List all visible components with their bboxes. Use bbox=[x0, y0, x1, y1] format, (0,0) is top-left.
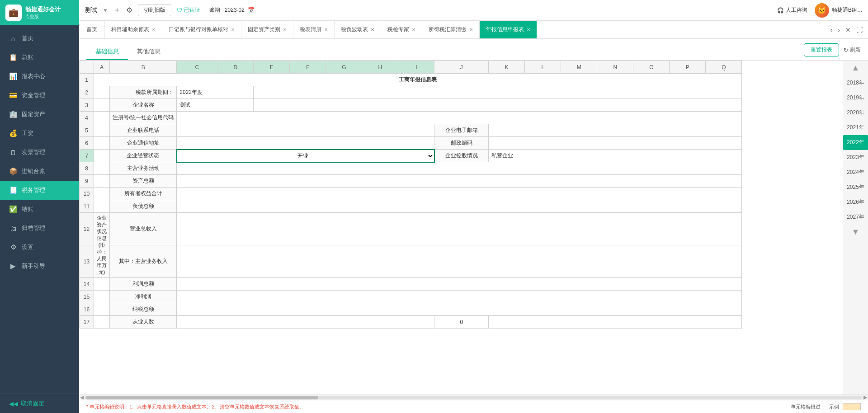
sidebar-item-invoice-management[interactable]: 🗒发票管理 bbox=[0, 143, 79, 162]
year-item-2021[interactable]: 2021年 bbox=[843, 120, 868, 135]
cell-a4[interactable] bbox=[94, 112, 110, 124]
cell-c2[interactable]: 2022年度 bbox=[177, 86, 254, 99]
cell-a6[interactable] bbox=[94, 137, 110, 150]
sheet-title-cell[interactable]: 工商年报信息表 bbox=[94, 74, 742, 86]
sidebar-item-purchase-sales[interactable]: 📦进销台账 bbox=[0, 162, 79, 181]
sidebar-item-settings[interactable]: ⚙设置 bbox=[0, 238, 79, 257]
switch-old-version-button[interactable]: 切到旧版 bbox=[138, 4, 171, 16]
cell-k7[interactable]: 私营企业 bbox=[489, 150, 742, 162]
close-icon[interactable]: ✕ bbox=[469, 27, 473, 32]
business-status-select[interactable]: 开业 注销 吊销 迁出 撤销 bbox=[177, 152, 434, 160]
unpin-button[interactable]: ◀◀ 取消固定 bbox=[0, 394, 79, 413]
subtab-other-info[interactable]: 其他信息 bbox=[128, 44, 170, 60]
cell-c12[interactable] bbox=[177, 213, 742, 245]
col-header-n[interactable]: N bbox=[597, 61, 633, 74]
scrollbar-thumb[interactable] bbox=[85, 396, 318, 399]
tab-income-tax[interactable]: 所得税汇算清缴 ✕ bbox=[422, 21, 480, 39]
close-icon[interactable]: ✕ bbox=[371, 27, 374, 32]
sidebar-item-fixed-assets[interactable]: 🏢固定资产 bbox=[0, 105, 79, 124]
tab-account-aux[interactable]: 科目辅助余额表 ✕ bbox=[105, 21, 162, 39]
calendar-icon[interactable]: 📅 bbox=[248, 7, 255, 13]
add-button[interactable]: ＋ bbox=[113, 5, 121, 15]
cell-a7[interactable] bbox=[94, 150, 110, 162]
close-icon[interactable]: ✕ bbox=[412, 27, 415, 32]
cell-c3[interactable]: 测试 bbox=[177, 99, 254, 112]
year-item-2023[interactable]: 2023年 bbox=[843, 150, 868, 165]
tab-close-all-button[interactable]: ✕ bbox=[844, 25, 853, 34]
cell-b16[interactable]: 纳税总额 bbox=[110, 303, 177, 316]
year-item-2020[interactable]: 2020年 bbox=[843, 105, 868, 120]
close-icon[interactable]: ✕ bbox=[283, 27, 287, 32]
sidebar-item-general-ledger[interactable]: 📋总账 bbox=[0, 48, 79, 67]
tab-tax-burden[interactable]: 税负波动表 ✕ bbox=[335, 21, 381, 39]
dropdown-arrow-icon[interactable]: ▼ bbox=[103, 7, 108, 14]
cell-a9[interactable] bbox=[94, 175, 110, 188]
cell-a3[interactable] bbox=[94, 99, 110, 112]
tab-tax-expert[interactable]: 税检专家 ✕ bbox=[381, 21, 422, 39]
cell-k17[interactable] bbox=[489, 316, 742, 329]
cell-c17[interactable] bbox=[177, 316, 434, 329]
cell-b8[interactable]: 主营业务活动 bbox=[110, 162, 177, 175]
col-header-e[interactable]: E bbox=[254, 61, 290, 74]
tab-fixed-asset-class[interactable]: 固定资产类别 ✕ bbox=[241, 21, 293, 39]
cell-b15[interactable]: 净利润 bbox=[110, 291, 177, 303]
close-icon[interactable]: ✕ bbox=[527, 27, 530, 32]
col-header-p[interactable]: P bbox=[670, 61, 706, 74]
cell-c11[interactable] bbox=[177, 200, 742, 213]
cell-c4[interactable] bbox=[177, 112, 742, 124]
reset-report-button[interactable]: 重置报表 bbox=[804, 43, 839, 56]
cell-a11[interactable] bbox=[94, 200, 110, 213]
cell-c7-dropdown[interactable]: 开业 注销 吊销 迁出 撤销 bbox=[177, 150, 434, 162]
sidebar-item-report-center[interactable]: 📊报表中心 bbox=[0, 67, 79, 86]
tab-bank-reconcile[interactable]: 日记账与银行对账单核对 ✕ bbox=[162, 21, 241, 39]
col-header-a[interactable]: A bbox=[94, 61, 110, 74]
user-menu[interactable]: 🐱 畅捷通B组… bbox=[815, 3, 863, 18]
sidebar-item-tax-management[interactable]: 🧾税务管理 bbox=[0, 181, 79, 200]
col-header-c[interactable]: C bbox=[177, 61, 217, 74]
year-item-2025[interactable]: 2025年 bbox=[843, 180, 868, 195]
spreadsheet[interactable]: A B C D E F G H I J K L M bbox=[79, 61, 843, 394]
cell-b9[interactable]: 资产总额 bbox=[110, 175, 177, 188]
cell-b3[interactable]: 企业名称 bbox=[110, 99, 177, 112]
cell-j6[interactable]: 邮政编码 bbox=[434, 137, 489, 150]
cell-b6[interactable]: 企业通信地址 bbox=[110, 137, 177, 150]
sidebar-item-archive[interactable]: 🗂归档管理 bbox=[0, 219, 79, 238]
col-header-b[interactable]: B bbox=[110, 61, 177, 74]
sidebar-item-home[interactable]: ⌂首页 bbox=[0, 29, 79, 48]
consult-button[interactable]: 🎧 人工咨询 bbox=[777, 6, 807, 14]
sidebar-item-newbie-guide[interactable]: ▶新手引导 bbox=[0, 257, 79, 276]
subtab-basic-info[interactable]: 基础信息 bbox=[86, 44, 128, 60]
cell-a14[interactable] bbox=[94, 278, 110, 291]
year-item-2019[interactable]: 2019年 bbox=[843, 90, 868, 105]
close-icon[interactable]: ✕ bbox=[231, 27, 235, 32]
year-scroll-up-button[interactable]: ▲ bbox=[843, 61, 868, 75]
col-header-d[interactable]: D bbox=[217, 61, 254, 74]
sidebar-item-settlement[interactable]: ✅结账 bbox=[0, 200, 79, 219]
cell-k6[interactable] bbox=[489, 137, 742, 150]
cell-b2[interactable]: 税款所属期间： bbox=[110, 86, 177, 99]
cell-b7[interactable]: 企业经营状态 bbox=[110, 150, 177, 162]
col-header-l[interactable]: L bbox=[525, 61, 561, 74]
cell-c10[interactable] bbox=[177, 188, 742, 200]
tab-home[interactable]: 首页 bbox=[79, 21, 105, 39]
cell-c9[interactable] bbox=[177, 175, 742, 188]
cell-j17[interactable]: 0 bbox=[434, 316, 489, 329]
sidebar-item-payroll[interactable]: 💰工资 bbox=[0, 124, 79, 143]
cell-b12[interactable]: 营业总收入 bbox=[110, 213, 177, 245]
year-item-2027[interactable]: 2027年 bbox=[843, 210, 868, 225]
cell-e3[interactable] bbox=[254, 99, 742, 112]
cell-b14[interactable]: 利润总额 bbox=[110, 278, 177, 291]
cell-j5[interactable]: 企业电子邮箱 bbox=[434, 124, 489, 137]
cell-k5[interactable] bbox=[489, 124, 742, 137]
scrollbar-track[interactable] bbox=[85, 396, 862, 399]
col-header-i[interactable]: I bbox=[398, 61, 434, 74]
close-icon[interactable]: ✕ bbox=[152, 27, 156, 32]
cell-c6[interactable] bbox=[177, 137, 434, 150]
col-header-m[interactable]: M bbox=[561, 61, 597, 74]
col-header-j[interactable]: J bbox=[434, 61, 489, 74]
cell-c16[interactable] bbox=[177, 303, 742, 316]
cell-a8[interactable] bbox=[94, 162, 110, 175]
tab-prev-button[interactable]: ‹ bbox=[829, 25, 835, 34]
cell-b10[interactable]: 所有者权益合计 bbox=[110, 188, 177, 200]
cell-b5[interactable]: 企业联系电话 bbox=[110, 124, 177, 137]
